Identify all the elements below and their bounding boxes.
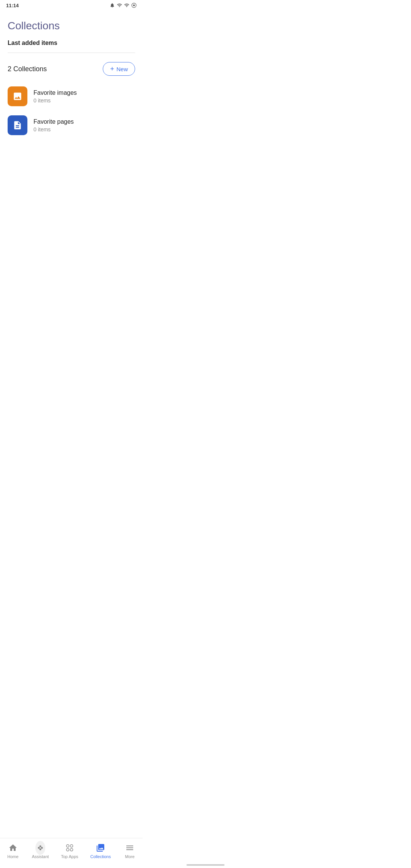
last-added-section-title: Last added items [8,40,135,46]
collection-items-count-pages: 0 items [33,126,74,132]
collection-name-images: Favorite images [33,89,77,96]
new-button[interactable]: + New [103,62,135,76]
collection-icon-pages [8,115,27,135]
wifi-icon [117,3,122,8]
collection-info-pages: Favorite pages 0 items [33,118,74,132]
collection-items-count-images: 0 items [33,97,77,104]
collection-item-favorite-pages[interactable]: Favorite pages 0 items [8,112,135,138]
main-content: Collections Last added items 2 Collectio… [0,11,143,147]
page-title: Collections [8,20,135,32]
divider [8,53,135,53]
collection-info-images: Favorite images 0 items [33,89,77,104]
collection-name-pages: Favorite pages [33,118,74,125]
collections-header: 2 Collections + New [8,62,135,76]
pages-icon [13,120,22,130]
images-icon [13,91,22,101]
collections-count: 2 Collections [8,65,47,73]
notification-off-icon [110,3,115,8]
signal-icon [124,3,129,8]
collection-icon-images [8,86,27,106]
status-bar: 11:14 [0,0,143,11]
collection-item-favorite-images[interactable]: Favorite images 0 items [8,83,135,109]
new-button-label: New [116,66,128,72]
status-time: 11:14 [6,3,19,8]
target-icon [131,3,137,8]
svg-point-1 [133,5,135,6]
plus-icon: + [110,65,114,72]
status-icons [110,3,137,8]
